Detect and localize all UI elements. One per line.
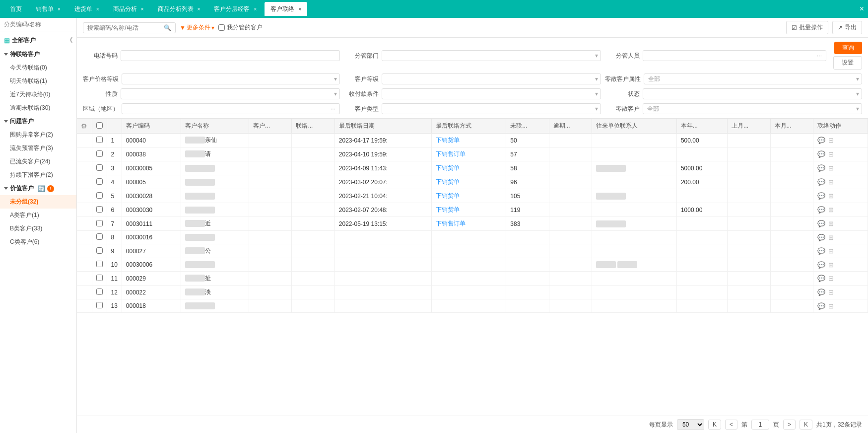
filter-input-manager[interactable]: ··· [643,50,826,61]
tab-product-analysis-list-close[interactable]: × [198,6,200,12]
grid-action-icon[interactable]: ⊞ [828,164,834,172]
sidebar-item-today-pending[interactable]: 今天待联络(0) [0,61,76,74]
col-settings[interactable]: ⚙ [77,119,92,134]
grid-action-icon[interactable]: ⊞ [828,206,834,214]
last-contact-way-link[interactable]: 下销货单 [436,192,460,199]
row-checkbox[interactable] [96,247,103,254]
more-conditions-btn[interactable]: ▼ 更多条件 ▾ [180,23,214,32]
grid-action-icon[interactable]: ⊞ [828,220,834,227]
last-contact-way-link[interactable]: 下销售订单 [436,220,466,227]
grid-action-icon[interactable]: ⊞ [828,247,834,255]
contact-icon[interactable]: 💬 [817,289,825,296]
select-all-checkbox[interactable] [96,122,103,129]
tab-sales[interactable]: 销售单 × [30,2,67,16]
pending-contact-header[interactable]: 待联络客户 [0,48,76,61]
tab-customer-segment[interactable]: 客户分层经客 × [208,2,263,16]
sidebar-item-tomorrow-pending[interactable]: 明天待联络(1) [0,74,76,88]
next-page-btn[interactable]: > [783,420,796,430]
last-contact-way-link[interactable]: 下销货单 [436,206,460,213]
row-checkbox[interactable] [96,233,103,240]
contact-icon[interactable]: 💬 [817,178,825,186]
contact-icon[interactable]: 💬 [817,164,825,172]
last-contact-way-link[interactable]: 下销售订单 [436,150,466,157]
row-checkbox[interactable] [96,178,103,185]
all-customers-header[interactable]: ⊞ 全部客户 《 [0,33,76,48]
sidebar-item-churned[interactable]: 已流失客户(24) [0,155,76,168]
close-window-icon[interactable]: × [860,4,864,13]
row-checkbox[interactable] [96,275,103,281]
contact-icon[interactable]: 💬 [817,192,825,200]
tab-home[interactable]: 首页 [4,2,28,16]
row-checkbox[interactable] [96,150,103,157]
value-customer-header[interactable]: 价值客户 🔄 ! [0,182,76,195]
contact-icon[interactable]: 💬 [817,275,825,282]
tab-customer-contact[interactable]: 客户联络 × [265,2,307,16]
contact-icon[interactable]: 💬 [817,150,825,158]
sidebar-item-overdue-pending[interactable]: 逾期未联络(30) [0,101,76,115]
tab-purchase[interactable]: 进货单 × [68,2,105,16]
contact-icon[interactable]: 💬 [817,234,825,241]
filter-select-payment[interactable] [382,88,601,99]
tab-product-analysis-close[interactable]: × [141,6,144,12]
last-page-btn[interactable]: K [800,420,812,430]
grid-action-icon[interactable]: ⊞ [828,234,834,241]
settings-icon[interactable]: ⚙ [81,122,87,130]
first-page-btn[interactable]: K [708,420,721,430]
grid-action-icon[interactable]: ⊞ [828,275,834,282]
contact-icon[interactable]: 💬 [817,220,825,227]
filter-select-status[interactable] [643,88,862,99]
filter-select-dept[interactable] [382,50,601,61]
filter-select-scatter-attr[interactable]: 全部 [644,73,862,84]
query-btn[interactable]: 查询 [834,42,862,54]
row-checkbox[interactable] [96,302,103,308]
export-btn[interactable]: ↗ 导出 [832,21,862,34]
tab-customer-segment-close[interactable]: × [254,6,257,12]
last-contact-way-link[interactable]: 下销货单 [436,137,460,144]
row-checkbox[interactable] [96,261,103,267]
sidebar-item-week-pending[interactable]: 近7天待联络(0) [0,88,76,101]
row-checkbox[interactable] [96,289,103,295]
filter-select-scatter-customer[interactable]: 全部 [643,103,862,114]
grid-action-icon[interactable]: ⊞ [828,289,834,296]
search-input[interactable] [87,24,162,31]
grid-action-icon[interactable]: ⊞ [828,150,834,158]
row-checkbox[interactable] [96,206,103,213]
batch-op-btn[interactable]: ☑ 批量操作 [786,21,828,34]
page-input[interactable] [751,420,769,430]
sidebar-item-ungrouped[interactable]: 未分组(32) [0,195,76,209]
search-icon[interactable]: 🔍 [164,24,171,31]
sidebar-search-input[interactable] [4,21,77,28]
grid-action-icon[interactable]: ⊞ [828,192,834,200]
grid-action-icon[interactable]: ⊞ [828,302,834,310]
sidebar-item-class-c[interactable]: C类客户(6) [0,235,76,249]
row-checkbox[interactable] [96,164,103,171]
sidebar-item-class-a[interactable]: A类客户(1) [0,209,76,222]
page-size-select[interactable]: 50 10 20 100 [677,419,704,430]
contact-icon[interactable]: 💬 [817,302,825,310]
row-checkbox[interactable] [96,192,103,199]
tab-sales-close[interactable]: × [58,6,61,12]
filter-select-customer-type[interactable] [382,103,601,114]
filter-input-phone[interactable] [121,50,340,61]
grid-action-icon[interactable]: ⊞ [828,178,834,186]
tab-product-analysis[interactable]: 商品分析 × [107,2,150,16]
contact-icon[interactable]: 💬 [817,261,825,269]
contact-icon[interactable]: 💬 [817,247,825,255]
problem-customer-header[interactable]: 问题客户 [0,115,76,128]
grid-action-icon[interactable]: ⊞ [828,261,834,269]
grid-action-icon[interactable]: ⊞ [828,137,834,144]
reset-btn[interactable]: 设置 [833,56,862,70]
contact-icon[interactable]: 💬 [817,206,825,214]
filter-select-price-level[interactable] [122,73,340,84]
filter-select-nature[interactable] [121,88,340,99]
last-contact-way-link[interactable]: 下销货单 [436,164,460,171]
filter-select-customer-level[interactable] [382,73,601,84]
row-checkbox[interactable] [96,220,103,226]
my-customers-checkbox[interactable] [218,24,225,31]
sidebar-item-abnormal-purchase[interactable]: 囤购异常客户(2) [0,128,76,142]
row-checkbox[interactable] [96,137,103,143]
sidebar-item-declining[interactable]: 持续下滑客户(2) [0,168,76,182]
tab-customer-contact-close[interactable]: × [298,6,301,12]
last-contact-way-link[interactable]: 下销货单 [436,178,460,185]
contact-icon[interactable]: 💬 [817,137,825,144]
